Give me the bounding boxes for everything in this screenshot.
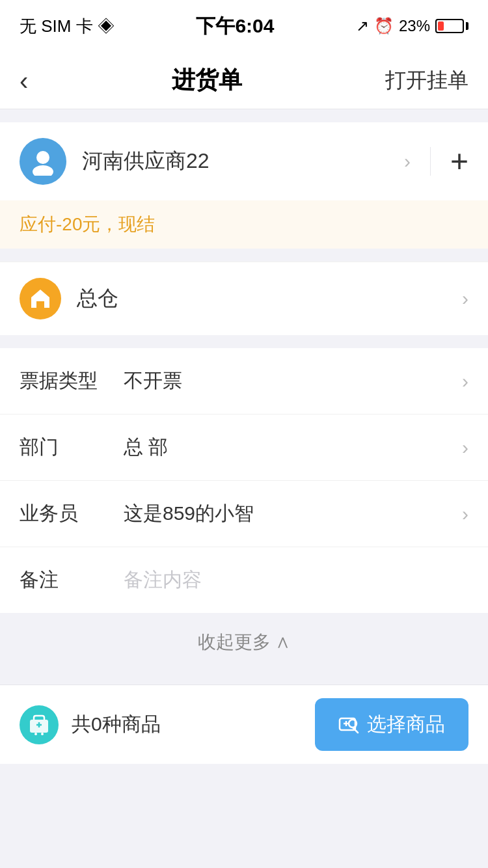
supplier-actions: › + (404, 146, 468, 177)
status-bar: 无 SIM 卡 ◈ 下午6:04 ↗ ⏰ 23% (0, 0, 488, 52)
supplier-avatar (20, 138, 66, 185)
remark-value[interactable]: 备注内容 (124, 567, 468, 593)
house-icon (29, 287, 52, 310)
status-right-area: ↗ ⏰ 23% (356, 17, 468, 35)
back-button[interactable]: ‹ (20, 68, 28, 94)
select-product-button[interactable]: 选择商品 (315, 698, 468, 751)
select-product-icon (338, 714, 359, 735)
nav-bar: ‹ 进货单 打开挂单 (0, 52, 488, 109)
svg-point-0 (36, 151, 49, 164)
warehouse-chevron-icon: › (462, 288, 468, 310)
section-gap-4 (0, 671, 488, 685)
page-background (0, 764, 488, 868)
form-card: 票据类型 不开票 › 部门 总 部 › 业务员 这是859的小智 › 备注 备注… (0, 348, 488, 613)
person-icon (29, 147, 57, 176)
select-product-label: 选择商品 (367, 711, 445, 738)
supplier-row: 河南供应商22 › + (0, 122, 488, 200)
svg-point-5 (41, 733, 44, 735)
department-row[interactable]: 部门 总 部 › (0, 414, 488, 480)
notice-banner: 应付-20元，现结 (0, 200, 488, 249)
svg-point-4 (34, 733, 37, 735)
ticket-type-label: 票据类型 (20, 368, 111, 394)
notice-text: 应付-20元，现结 (20, 214, 155, 234)
location-icon: ↗ (356, 17, 369, 35)
section-gap-3 (0, 335, 488, 348)
product-count-text: 共0种商品 (72, 711, 161, 738)
battery-icon (435, 19, 468, 33)
department-label: 部门 (20, 434, 111, 461)
warehouse-name: 总仓 (77, 284, 462, 313)
warehouse-card: 总仓 › (0, 262, 488, 335)
salesperson-label: 业务员 (20, 500, 111, 527)
supplier-card: 河南供应商22 › + 应付-20元，现结 (0, 122, 488, 249)
vertical-divider (430, 147, 431, 176)
supplier-name[interactable]: 河南供应商22 (82, 147, 404, 176)
collapse-row[interactable]: 收起更多 ∧ (0, 613, 488, 671)
salesperson-value: 这是859的小智 (124, 500, 462, 527)
bottom-bar: 共0种商品 选择商品 (0, 685, 488, 764)
department-chevron-icon: › (462, 437, 468, 459)
cart-icon (27, 713, 51, 737)
status-signal: 无 SIM 卡 ◈ (20, 15, 115, 38)
salesperson-row[interactable]: 业务员 这是859的小智 › (0, 480, 488, 547)
salesperson-chevron-icon: › (462, 503, 468, 525)
collapse-text: 收起更多 ∧ (198, 630, 291, 655)
department-value: 总 部 (124, 434, 462, 461)
open-pending-button[interactable]: 打开挂单 (385, 66, 468, 95)
product-count-area: 共0种商品 (20, 705, 161, 744)
ticket-type-row[interactable]: 票据类型 不开票 › (0, 348, 488, 414)
remark-row[interactable]: 备注 备注内容 (0, 547, 488, 613)
section-gap-1 (0, 109, 488, 122)
svg-point-1 (33, 165, 53, 176)
add-supplier-button[interactable]: + (450, 146, 468, 177)
remark-label: 备注 (20, 567, 111, 593)
status-time: 下午6:04 (196, 13, 274, 40)
warehouse-row[interactable]: 总仓 › (0, 262, 488, 335)
supplier-chevron-icon: › (404, 150, 411, 172)
alarm-icon: ⏰ (374, 17, 394, 35)
warehouse-icon (20, 278, 61, 319)
ticket-type-value: 不开票 (124, 368, 462, 394)
page-title: 进货单 (172, 64, 242, 96)
battery-percent: 23% (399, 17, 430, 35)
section-gap-2 (0, 249, 488, 262)
ticket-type-chevron-icon: › (462, 370, 468, 392)
svg-rect-2 (38, 301, 43, 308)
product-icon (20, 705, 59, 744)
